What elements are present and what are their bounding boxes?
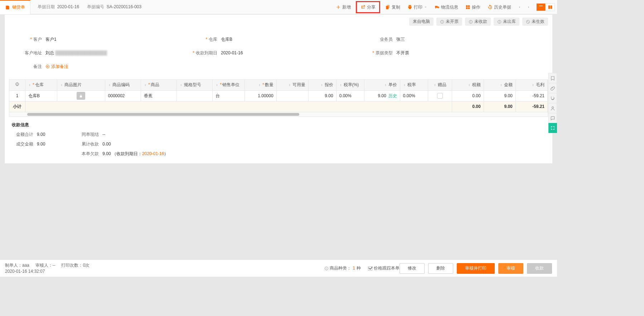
accum-label: 累计收款	[77, 141, 102, 147]
audit-print-button[interactable]: 审核并打印	[457, 263, 495, 274]
footer-info: 制单人：aaa 审核人：-- 打印次数：0次 2020-01-16 14:32:…	[5, 262, 89, 274]
side-expand-button[interactable]	[548, 123, 557, 133]
logistics-label: 物流信息	[441, 4, 458, 10]
col-warehouse[interactable]: *仓库	[25, 80, 57, 90]
items-table-wrap: *仓库 商品图片 商品编码 *商品 规格型号 *销售单位 *数量 可用量 报价 …	[9, 79, 548, 117]
doc-date-value: 2020-01-16	[57, 4, 79, 9]
sort-icon	[258, 83, 261, 87]
col-available[interactable]: 可用量	[276, 80, 308, 90]
footer-actions: 修改 删除 审核并打印 审核 收款	[400, 263, 552, 274]
audit-button[interactable]: 审核	[498, 263, 523, 274]
auditor-value: --	[53, 263, 55, 268]
copy-button[interactable]: 复制	[383, 2, 402, 12]
side-attach-button[interactable]	[548, 83, 557, 93]
prev-doc[interactable]	[516, 0, 523, 14]
main-card: 来自电脑 未开票 未收款 未出库 未生效 客户客户1 客户地址刘总 ██████…	[4, 14, 553, 164]
price-history-link[interactable]: 历史	[388, 93, 397, 98]
scroll-thumb[interactable]	[27, 113, 299, 116]
gift-checkbox[interactable]	[437, 93, 443, 99]
tag-effect-label: 未生效	[532, 19, 544, 25]
add-remark-link[interactable]: 添加备注	[45, 64, 68, 70]
tag-outstock-label: 未出库	[503, 19, 516, 25]
user-icon	[550, 106, 555, 111]
col-tax[interactable]: 税额	[452, 80, 484, 90]
status-row: 来自电脑 未开票 未收款 未出库 未生效	[5, 15, 552, 27]
col-qty[interactable]: *数量	[244, 80, 276, 90]
doc-icon	[5, 5, 10, 10]
image-placeholder-icon	[77, 92, 85, 100]
print-button[interactable]: 打印	[405, 2, 430, 12]
col-profit[interactable]: 毛利	[515, 80, 547, 90]
tag-invoice[interactable]: 未开票	[436, 18, 462, 26]
tag-source: 来自电脑	[409, 18, 434, 26]
col-spec[interactable]: 规格型号	[177, 80, 213, 90]
tag-receipt-label: 未收款	[474, 19, 487, 25]
list-icon	[538, 5, 543, 10]
edit-button[interactable]: 修改	[400, 263, 425, 274]
table-hscroll[interactable]	[9, 112, 548, 117]
checkbox-icon	[368, 266, 372, 271]
view-card-button[interactable]	[546, 3, 555, 11]
share-button[interactable]: 分享	[358, 2, 378, 12]
table-header-row: *仓库 商品图片 商品编码 *商品 规格型号 *销售单位 *数量 可用量 报价 …	[9, 80, 548, 90]
col-unit[interactable]: *销售单位	[213, 80, 244, 90]
topbar: 销货单 单据日期 2020-01-16 单据编号 SA-20200116-003…	[0, 0, 557, 14]
col-product[interactable]: *商品	[141, 80, 177, 90]
new-button[interactable]: 新增	[334, 2, 353, 12]
track-label: 价格跟踪本单	[374, 266, 400, 271]
view-toggle	[536, 3, 555, 11]
col-code[interactable]: 商品编码	[105, 80, 141, 90]
print-count-label: 打印次数：	[61, 263, 83, 268]
col-taxrate2[interactable]: 税率	[400, 80, 428, 90]
history-icon	[488, 5, 493, 10]
expand-icon	[550, 125, 555, 130]
cell-index: 1	[9, 90, 25, 101]
tag-effect[interactable]: 未生效	[522, 18, 548, 26]
kinds-unit: 种	[357, 266, 361, 271]
highlight-share: 分享	[356, 1, 380, 13]
svg-text:C: C	[326, 267, 328, 270]
tab-sales-order[interactable]: 销货单	[0, 0, 30, 14]
table-row[interactable]: 1 仓库B 0000002 香蕉 台 1.00000 9.00 0.00% 9.…	[9, 90, 548, 101]
col-gift[interactable]: 赠品	[428, 80, 452, 90]
col-quote[interactable]: 报价	[308, 80, 336, 90]
col-price[interactable]: 单价	[364, 80, 400, 90]
invoice-type-label: 票据类型	[366, 50, 396, 56]
sort-icon	[339, 83, 342, 87]
footer: 制单人：aaa 审核人：-- 打印次数：0次 2020-01-16 14:32:…	[0, 260, 557, 277]
side-user-button[interactable]	[548, 103, 557, 113]
sort-icon	[384, 83, 387, 87]
tag-outstock[interactable]: 未出库	[494, 18, 519, 26]
next-doc[interactable]	[526, 0, 532, 14]
side-note-button[interactable]	[548, 73, 557, 83]
col-settings[interactable]	[9, 80, 25, 90]
delete-button[interactable]: 删除	[428, 263, 453, 274]
same-value: --	[102, 132, 105, 137]
tag-receipt[interactable]: 未收款	[465, 18, 491, 26]
sort-icon	[28, 83, 31, 87]
col-amount[interactable]: 金额	[484, 80, 515, 90]
cell-image[interactable]	[57, 90, 105, 101]
deal-value: 9.00	[37, 142, 45, 147]
cell-taxrate2: 0.00%	[400, 90, 428, 101]
cell-gift[interactable]	[428, 90, 452, 101]
side-chat-button[interactable]	[548, 113, 557, 123]
sort-icon	[403, 83, 406, 87]
owe-label: 本单欠款	[77, 151, 102, 157]
info-icon	[440, 20, 444, 24]
tag-invoice-label: 未开票	[446, 19, 459, 25]
side-refresh-button[interactable]	[548, 93, 557, 103]
add-remark-text: 添加备注	[51, 64, 68, 70]
print-count-value: 0次	[83, 263, 89, 268]
remark-label: 备注	[15, 64, 45, 70]
logistics-button[interactable]: 物流信息	[432, 2, 460, 12]
view-list-button[interactable]	[536, 3, 546, 11]
cell-available	[276, 90, 308, 101]
header-info: 单据日期 2020-01-16 单据编号 SA-20200116-003	[30, 4, 141, 10]
operate-button[interactable]: 操作	[463, 2, 483, 12]
cell-qty: 1.00000	[244, 90, 276, 101]
price-track-checkbox[interactable]: 价格跟踪本单	[368, 265, 400, 271]
history-button[interactable]: 历史单据	[485, 2, 513, 12]
col-rate[interactable]: 税率(%)	[336, 80, 364, 90]
col-image[interactable]: 商品图片	[57, 80, 105, 90]
